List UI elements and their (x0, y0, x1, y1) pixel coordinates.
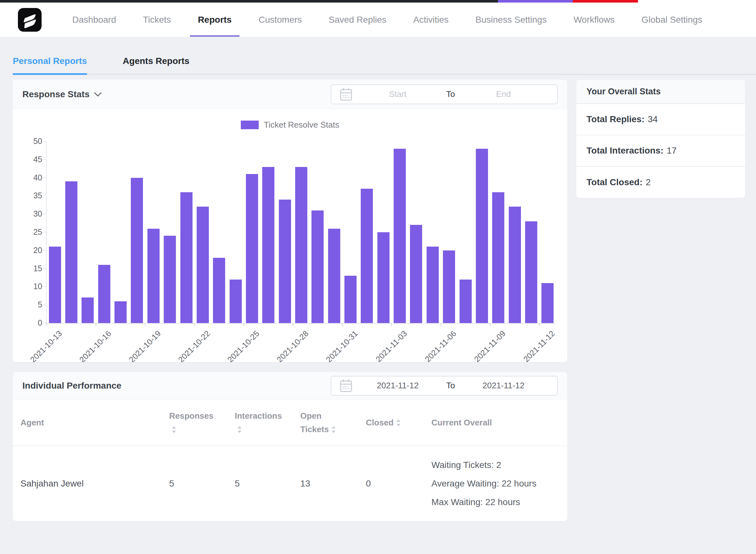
strip-segment-red (573, 0, 638, 3)
date-range-separator: To (443, 89, 458, 99)
y-axis-tick (43, 304, 46, 305)
bar-2021-11-02[interactable] (377, 232, 390, 323)
nav-item-saved-replies[interactable]: Saved Replies (329, 3, 387, 37)
x-axis-tick (342, 323, 343, 326)
x-axis-label: 2021-10-28 (275, 329, 310, 362)
bar-2021-11-11[interactable] (525, 221, 537, 323)
bar-2021-10-24[interactable] (230, 280, 242, 323)
bar-2021-11-09[interactable] (492, 192, 504, 323)
response-stats-header: Response Stats (13, 79, 567, 109)
overall-stats-title: Your Overall Stats (576, 79, 745, 104)
bar-2021-10-19[interactable] (148, 229, 160, 323)
stat-row: Total Closed:2 (576, 167, 745, 198)
nav-item-business-settings[interactable]: Business Settings (475, 3, 547, 37)
column-header-agent: Agent (13, 399, 162, 446)
main-content: Response Stats (0, 75, 756, 521)
table-row: Sahjahan Jewel55130Waiting Tickets: 2Ave… (13, 446, 567, 521)
chart-date-range-picker[interactable]: Start To End (331, 85, 558, 104)
x-axis-label: 2021-10-22 (176, 329, 212, 362)
nav-item-workflows[interactable]: Workflows (573, 3, 615, 37)
column-header-interactions[interactable]: Interactions (227, 399, 293, 446)
tab-agents-reports[interactable]: Agents Reports (123, 56, 189, 74)
x-axis-tick (96, 323, 96, 326)
agent-name-cell: Sahjahan Jewel (13, 446, 162, 521)
top-navigation: DashboardTicketsReportsCustomersSaved Re… (0, 3, 756, 37)
bar-2021-11-07[interactable] (460, 280, 472, 323)
bar-2021-10-29[interactable] (311, 211, 324, 323)
bar-2021-10-31[interactable] (344, 276, 357, 323)
y-axis-label: 30 (21, 209, 42, 218)
chart-plot: 051015202530354045502021-10-132021-10-16… (46, 142, 556, 324)
ticket-resolve-chart: 051015202530354045502021-10-132021-10-16… (14, 138, 560, 362)
perf-end-date-input[interactable]: 2021-11-12 (458, 381, 549, 391)
nav-item-tickets[interactable]: Tickets (143, 3, 171, 37)
bar-2021-10-28[interactable] (295, 167, 307, 323)
bar-2021-11-12[interactable] (541, 283, 554, 323)
x-axis-tick (145, 323, 146, 326)
nav-item-activities[interactable]: Activities (413, 3, 448, 37)
bar-2021-10-20[interactable] (164, 236, 176, 323)
bar-2021-11-08[interactable] (476, 149, 488, 323)
bar-2021-11-03[interactable] (394, 149, 406, 323)
bar-2021-10-27[interactable] (279, 200, 291, 323)
perf-start-date-input[interactable]: 2021-11-12 (352, 381, 443, 391)
y-axis-tick (43, 141, 46, 142)
perf-date-range-separator: To (443, 381, 458, 391)
table-body: Sahjahan Jewel55130Waiting Tickets: 2Ave… (13, 446, 567, 521)
x-axis-label: 2021-10-16 (78, 329, 113, 362)
start-date-input[interactable]: Start (352, 89, 443, 99)
overall-stats-rows: Total Replies:34Total Interactions:17Tot… (576, 104, 745, 198)
strip-segment-purple (498, 0, 573, 3)
x-axis-tick (194, 323, 195, 326)
bar-2021-11-04[interactable] (410, 225, 422, 323)
nav-item-global-settings[interactable]: Global Settings (642, 3, 702, 37)
tab-personal-reports[interactable]: Personal Reports (13, 56, 87, 74)
column-header-closed[interactable]: Closed (358, 399, 424, 446)
y-axis-label: 20 (21, 246, 42, 255)
y-axis-label: 35 (21, 191, 42, 200)
x-axis-tick (490, 323, 490, 326)
table-header-row: AgentResponsesInteractionsOpen TicketsCl… (13, 399, 567, 446)
column-header-open-tickets[interactable]: Open Tickets (293, 399, 358, 446)
bar-2021-10-16[interactable] (98, 265, 110, 323)
metric-cell: 0 (358, 446, 424, 521)
y-axis-tick (43, 323, 46, 323)
bar-2021-10-21[interactable] (180, 192, 192, 323)
bar-2021-10-17[interactable] (114, 301, 127, 323)
stat-row: Total Interactions:17 (576, 135, 745, 167)
y-axis-tick (43, 214, 46, 214)
nav-item-reports[interactable]: Reports (198, 3, 232, 37)
x-axis-label: 2021-10-25 (225, 329, 261, 362)
strip-segment-dark (0, 0, 498, 3)
end-date-input[interactable]: End (458, 89, 549, 99)
bar-2021-11-01[interactable] (361, 189, 373, 323)
bar-2021-10-30[interactable] (328, 229, 340, 323)
bar-2021-10-18[interactable] (131, 178, 143, 323)
bar-2021-10-26[interactable] (262, 167, 274, 323)
bar-2021-10-13[interactable] (49, 246, 61, 323)
nav-item-dashboard[interactable]: Dashboard (72, 3, 116, 37)
y-axis-label: 25 (21, 227, 42, 237)
overall-stats-panel: Your Overall Stats Total Replies:34Total… (576, 79, 745, 198)
stat-row: Total Replies:34 (576, 104, 745, 135)
bar-2021-10-23[interactable] (213, 258, 225, 323)
performance-date-range-picker[interactable]: 2021-11-12 To 2021-11-12 (331, 376, 558, 396)
response-stats-title: Response Stats (22, 89, 90, 100)
calendar-icon (340, 379, 352, 393)
response-stats-title-dropdown[interactable]: Response Stats (22, 89, 102, 100)
fluent-support-logo-icon[interactable] (18, 8, 42, 32)
bar-2021-10-22[interactable] (197, 207, 209, 323)
current-overall-cell: Waiting Tickets: 2Average Waiting: 22 ho… (424, 446, 567, 521)
bar-2021-10-25[interactable] (246, 174, 258, 323)
bar-2021-11-05[interactable] (426, 246, 439, 323)
bar-2021-11-06[interactable] (443, 251, 455, 323)
column-header-responses[interactable]: Responses (162, 399, 227, 446)
bar-2021-10-15[interactable] (81, 297, 94, 323)
x-axis-label: 2021-10-31 (324, 329, 359, 362)
bar-2021-10-14[interactable] (65, 181, 77, 323)
metric-cell: 13 (293, 446, 358, 521)
bar-2021-11-10[interactable] (509, 207, 521, 323)
y-axis-label: 5 (21, 300, 42, 309)
nav-item-customers[interactable]: Customers (258, 3, 302, 37)
x-axis-label: 2021-11-12 (522, 329, 557, 362)
